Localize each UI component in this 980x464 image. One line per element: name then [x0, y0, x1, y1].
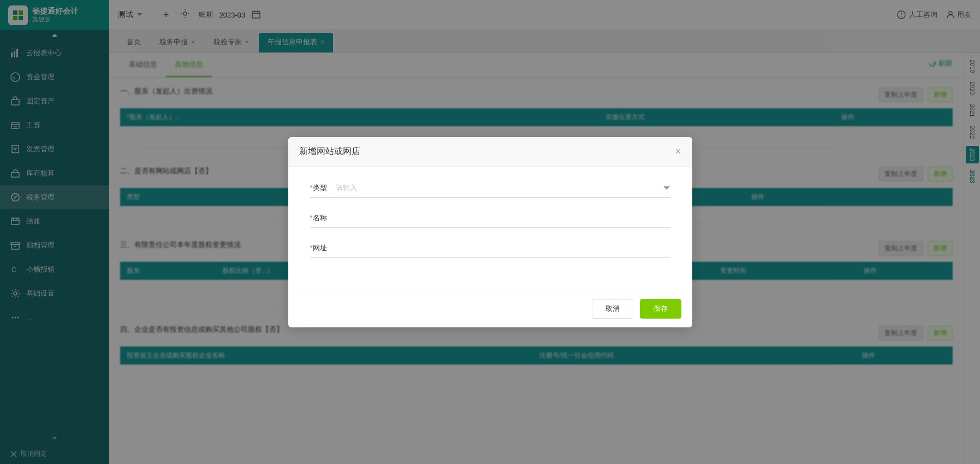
modal-add-website: 新增网站或网店 × *类型 *名称 — [288, 137, 692, 327]
save-btn[interactable]: 保存 — [640, 299, 681, 319]
modal-body: *类型 *名称 — [288, 167, 692, 290]
type-label: *类型 — [310, 183, 327, 193]
url-label: *网址 — [310, 243, 327, 253]
url-input[interactable] — [331, 244, 670, 252]
modal-close-btn[interactable]: × — [675, 146, 681, 157]
form-row-type: *类型 — [310, 183, 670, 198]
type-input[interactable] — [331, 184, 658, 192]
modal-overlay[interactable]: 新增网站或网店 × *类型 *名称 — [0, 0, 980, 464]
name-input[interactable] — [331, 214, 670, 222]
name-field-row: *名称 — [310, 213, 670, 228]
modal-title: 新增网站或网店 — [299, 146, 360, 157]
form-row-name: *名称 — [310, 213, 670, 228]
modal-header: 新增网站或网店 × — [288, 137, 692, 167]
cancel-btn[interactable]: 取消 — [592, 299, 633, 319]
type-field-row: *类型 — [310, 183, 670, 198]
form-row-url: *网址 — [310, 243, 670, 258]
url-field-row: *网址 — [310, 243, 670, 258]
dropdown-arrow-icon — [663, 184, 670, 192]
modal-footer: 取消 保存 — [288, 290, 692, 327]
name-label: *名称 — [310, 213, 327, 223]
